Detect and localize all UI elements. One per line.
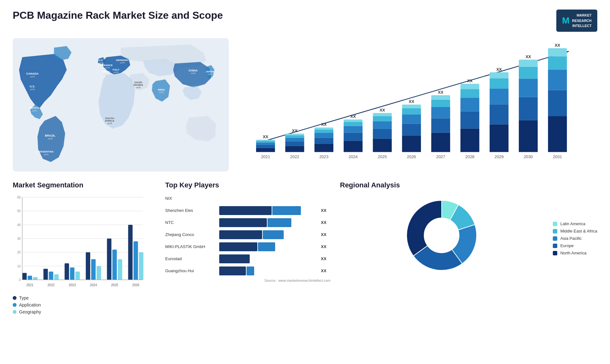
player-row: Eurostad XX	[165, 254, 330, 263]
legend-label: Type	[19, 295, 29, 300]
player-bar-segment	[219, 206, 272, 215]
svg-text:XX: XX	[321, 122, 327, 127]
svg-text:40: 40	[17, 223, 21, 226]
svg-rect-88	[460, 84, 479, 89]
page-title: PCB Magazine Rack Market Size and Scope	[13, 10, 223, 21]
page-header: PCB Magazine Rack Market Size and Scope …	[13, 10, 597, 32]
svg-text:2025: 2025	[378, 154, 387, 159]
svg-text:xx%: xx%	[207, 73, 212, 76]
top-key-players: Top Key Players NIX Shenzhen Eles XX NTC…	[165, 181, 330, 340]
svg-rect-77	[431, 132, 450, 152]
player-bar-wrap	[219, 242, 318, 251]
svg-rect-81	[431, 95, 450, 99]
player-bar-wrap	[219, 254, 318, 263]
legend-item: Application	[13, 302, 156, 307]
svg-rect-86	[460, 98, 479, 111]
svg-text:xx%: xx%	[30, 75, 35, 78]
svg-text:2022: 2022	[48, 283, 55, 287]
svg-rect-127	[28, 276, 32, 280]
svg-text:2030: 2030	[524, 154, 533, 159]
svg-text:XX: XX	[292, 128, 298, 133]
player-bar-segment	[268, 218, 291, 227]
player-name: NTC	[165, 220, 216, 225]
svg-rect-132	[54, 274, 59, 280]
regional-legend-dot	[553, 236, 557, 241]
svg-rect-35	[256, 148, 275, 152]
svg-text:xx%: xx%	[30, 88, 35, 91]
svg-rect-93	[490, 89, 508, 104]
svg-rect-60	[344, 119, 363, 122]
svg-text:ARGENTINA: ARGENTINA	[38, 150, 54, 153]
svg-rect-64	[373, 129, 392, 138]
regional-legend-item: North America	[553, 251, 597, 255]
svg-text:xx%: xx%	[105, 66, 110, 69]
svg-rect-58	[344, 126, 363, 132]
player-name: Zhejiang Conco	[165, 232, 216, 237]
svg-text:2025: 2025	[111, 283, 119, 287]
segmentation-title: Market Segmentation	[13, 181, 156, 189]
logo-line1: MARKET	[572, 13, 592, 18]
players-list: NIX Shenzhen Eles XX NTC XX Zhejiang Con…	[165, 194, 330, 275]
svg-rect-52	[315, 129, 333, 132]
svg-rect-80	[431, 99, 450, 107]
player-row: Guangzhou Hui XX	[165, 266, 330, 275]
svg-text:xx%: xx%	[159, 91, 164, 94]
player-row: Shenzhen Eles XX	[165, 206, 330, 215]
svg-text:2023: 2023	[69, 283, 76, 287]
legend-dot	[13, 310, 17, 314]
svg-text:2024: 2024	[90, 283, 97, 287]
svg-rect-43	[285, 141, 304, 146]
svg-rect-44	[285, 138, 304, 141]
player-bar-wrap	[219, 206, 318, 215]
svg-text:30: 30	[17, 237, 21, 240]
svg-text:BRAZIL: BRAZIL	[45, 134, 56, 137]
logo-line2: RESEARCH	[572, 18, 592, 24]
player-value: XX	[321, 244, 330, 249]
svg-text:XX: XX	[467, 78, 473, 83]
player-bar-wrap	[219, 266, 318, 275]
svg-text:CANADA: CANADA	[26, 72, 39, 75]
player-bar-wrap	[219, 230, 318, 239]
svg-rect-95	[490, 72, 508, 78]
svg-rect-39	[256, 140, 275, 141]
svg-text:xx%: xx%	[48, 137, 52, 140]
svg-text:2031: 2031	[553, 154, 562, 159]
svg-text:2027: 2027	[436, 154, 445, 159]
map-svg: CANADA xx% U.S. xx% MEXICO xx% BRAZIL xx…	[13, 38, 229, 172]
svg-rect-131	[49, 272, 53, 280]
player-name: MIKI-PLASTIK GmbH	[165, 244, 216, 249]
svg-rect-107	[548, 70, 567, 90]
regional-legend-dot	[553, 251, 557, 255]
donut-segment	[407, 200, 442, 256]
player-bar-segment	[219, 266, 246, 275]
svg-rect-70	[402, 136, 421, 152]
svg-text:xx%: xx%	[107, 122, 112, 125]
player-bar-segment	[219, 230, 262, 239]
regional-content: Latin America Middle East & Africa Asia …	[340, 194, 597, 280]
player-bar-segment	[219, 218, 267, 227]
svg-rect-65	[373, 121, 392, 129]
svg-rect-142	[107, 239, 112, 280]
player-value: XX	[321, 220, 330, 225]
regional-analysis: Regional Analysis Latin America Middle E…	[340, 181, 597, 340]
legend-dot	[13, 296, 17, 300]
player-bar-segment	[219, 242, 257, 251]
svg-rect-91	[490, 124, 508, 152]
svg-rect-106	[548, 90, 567, 116]
svg-rect-147	[133, 241, 138, 280]
svg-rect-63	[373, 138, 392, 152]
svg-rect-78	[431, 118, 450, 132]
svg-rect-85	[460, 111, 479, 128]
svg-rect-144	[118, 259, 122, 280]
svg-rect-42	[285, 146, 304, 152]
player-row: Zhejiang Conco XX	[165, 230, 330, 239]
svg-text:2026: 2026	[407, 154, 416, 159]
svg-rect-140	[97, 266, 101, 280]
regional-legend-label: North America	[560, 251, 586, 255]
market-segmentation: Market Segmentation 01020304050602021202…	[13, 181, 156, 340]
svg-text:XX: XX	[438, 90, 444, 94]
regional-legend-item: Asia Pacific	[553, 236, 597, 241]
svg-text:2023: 2023	[319, 154, 329, 159]
svg-rect-138	[86, 252, 90, 280]
svg-text:XX: XX	[496, 67, 502, 71]
